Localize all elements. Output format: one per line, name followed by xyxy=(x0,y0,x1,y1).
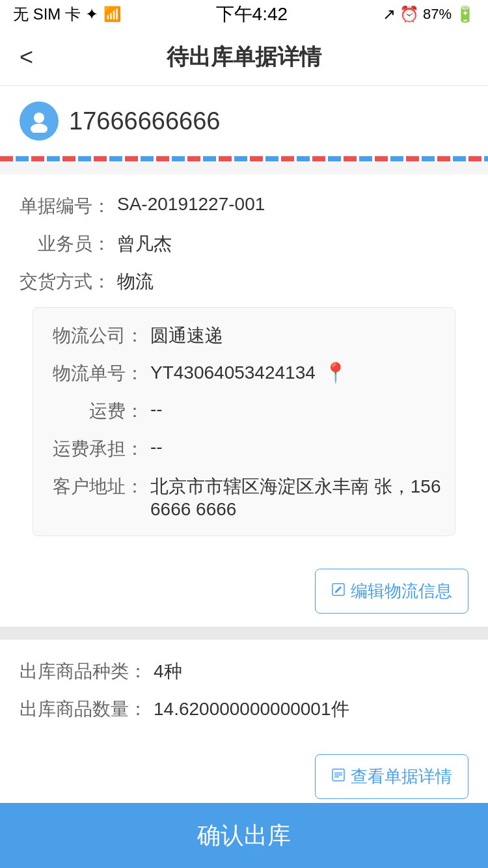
salesperson-value: 曾凡杰 xyxy=(117,232,468,256)
freight-bear-value: -- xyxy=(150,437,442,457)
company-row: 物流公司： 圆通速递 xyxy=(46,323,442,348)
goods-quantity-label: 出库商品数量： xyxy=(20,697,147,722)
salesperson-label: 业务员： xyxy=(20,232,111,256)
goods-types-label: 出库商品种类： xyxy=(20,659,147,684)
confirm-button-label: 确认出库 xyxy=(197,820,291,852)
document-row: 单据编号： SA-20191227-001 xyxy=(20,194,468,219)
nav-bar: < 待出库单据详情 xyxy=(0,29,488,86)
delivery-row: 交货方式： 物流 xyxy=(20,269,468,294)
goods-types-value: 4种 xyxy=(154,659,468,684)
battery-indicator: 87% xyxy=(423,6,452,23)
goods-types-row: 出库商品种类： 4种 xyxy=(20,659,468,684)
wifi-icon: 📶 xyxy=(103,6,121,23)
goods-quantity-value: 14.620000000000001件 xyxy=(154,697,468,722)
section-separator xyxy=(0,627,488,640)
address-row: 客户地址： 北京市市辖区海淀区永丰南 张，156 6666 6666 xyxy=(46,474,442,520)
goods-quantity-row: 出库商品数量： 14.620000000000001件 xyxy=(20,697,468,722)
phone-number: 17666666666 xyxy=(69,107,220,135)
freight-row: 运费： -- xyxy=(46,399,442,424)
tracking-value-row: YT43064053424134 📍 xyxy=(150,361,442,384)
tracking-row: 物流单号： YT43064053424134 📍 xyxy=(46,361,442,386)
address-value: 北京市市辖区海淀区永丰南 张，156 6666 6666 xyxy=(150,474,442,520)
document-value: SA-20191227-001 xyxy=(117,194,468,215)
svg-point-1 xyxy=(31,124,47,133)
location-status-icon: ↗ xyxy=(383,5,396,23)
confirm-btn-container[interactable]: 确认出库 xyxy=(0,803,488,868)
sim-text: 无 SIM 卡 ✦ xyxy=(13,4,98,25)
detail-icon xyxy=(331,766,346,787)
delivery-label: 交货方式： xyxy=(20,269,111,294)
battery-icon: 🔋 xyxy=(455,5,475,23)
alarm-icon: ⏰ xyxy=(400,5,419,23)
address-label: 客户地址： xyxy=(46,474,144,499)
salesperson-row: 业务员： 曾凡杰 xyxy=(20,232,468,256)
back-button[interactable]: < xyxy=(20,44,33,71)
freight-bear-row: 运费承担： -- xyxy=(46,437,442,461)
dashed-separator xyxy=(0,156,488,161)
page-title: 待出库单据详情 xyxy=(167,42,321,72)
status-time: 下午4:42 xyxy=(216,2,288,27)
freight-label: 运费： xyxy=(46,399,144,424)
tracking-label: 物流单号： xyxy=(46,361,144,386)
detail-btn-row: 查看单据详情 xyxy=(0,741,488,812)
delivery-value: 物流 xyxy=(117,269,468,294)
phone-card: 17666666666 xyxy=(0,86,488,156)
edit-logistics-label: 编辑物流信息 xyxy=(351,580,452,603)
status-bar: 无 SIM 卡 ✦ 📶 下午4:42 ↗ ⏰ 87% 🔋 xyxy=(0,0,488,29)
freight-bear-label: 运费承担： xyxy=(46,437,144,461)
edit-logistics-button[interactable]: 编辑物流信息 xyxy=(315,569,468,614)
goods-section: 出库商品种类： 4种 出库商品数量： 14.620000000000001件 xyxy=(0,640,488,741)
company-label: 物流公司： xyxy=(46,323,144,348)
basic-info-section: 单据编号： SA-20191227-001 业务员： 曾凡杰 交货方式： 物流 … xyxy=(0,174,488,556)
edit-btn-row: 编辑物流信息 xyxy=(0,556,488,627)
tracking-location-icon[interactable]: 📍 xyxy=(323,361,347,384)
edit-icon xyxy=(331,581,346,601)
logistics-section: 物流公司： 圆通速递 物流单号： YT43064053424134 📍 运费： … xyxy=(33,307,455,536)
company-value: 圆通速递 xyxy=(150,323,442,348)
view-detail-label: 查看单据详情 xyxy=(351,765,452,788)
status-right: ↗ ⏰ 87% 🔋 xyxy=(383,5,475,23)
avatar xyxy=(20,102,59,141)
view-detail-button[interactable]: 查看单据详情 xyxy=(315,754,468,799)
tracking-number: YT43064053424134 xyxy=(150,362,316,383)
status-left: 无 SIM 卡 ✦ 📶 xyxy=(13,4,121,25)
svg-point-0 xyxy=(34,113,44,123)
freight-value: -- xyxy=(150,399,442,420)
document-label: 单据编号： xyxy=(20,194,111,219)
